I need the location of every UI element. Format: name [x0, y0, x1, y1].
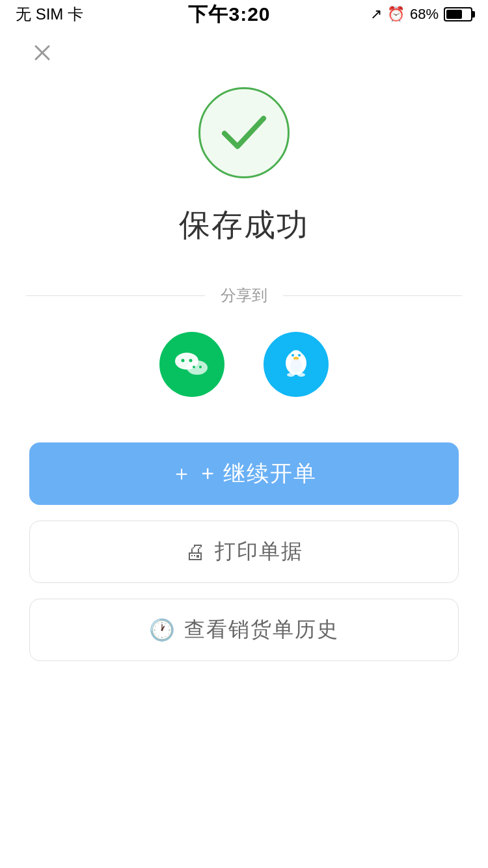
history-button[interactable]: 🕐 查看销货单历史	[29, 599, 459, 661]
print-icon: 🖨	[185, 540, 207, 564]
divider-left	[26, 295, 205, 296]
svg-point-5	[189, 359, 193, 362]
location-icon: ↗	[370, 6, 382, 23]
history-icon: 🕐	[149, 617, 176, 642]
status-left: 无 SIM 卡	[16, 4, 88, 25]
status-bar: 无 SIM 卡 下午3:20 ↗ ⏰ 68%	[0, 0, 488, 29]
action-buttons: ＋ + 继续开单 🖨 打印单据 🕐 查看销货单历史	[29, 442, 459, 661]
checkmark-icon	[221, 115, 267, 151]
svg-point-13	[287, 373, 295, 377]
svg-point-10	[291, 354, 294, 357]
svg-point-14	[297, 373, 305, 377]
close-button[interactable]	[26, 36, 59, 69]
svg-point-7	[199, 366, 202, 368]
alarm-icon: ⏰	[387, 6, 405, 23]
print-label: 打印单据	[215, 537, 303, 566]
svg-point-11	[298, 354, 301, 357]
wechat-icon	[172, 348, 211, 381]
carrier-text: 无 SIM 卡	[16, 4, 83, 25]
success-circle	[198, 87, 290, 178]
svg-point-4	[182, 359, 185, 362]
battery-icon	[444, 7, 472, 21]
svg-point-3	[187, 360, 208, 375]
main-content: 保存成功 分享到	[0, 29, 488, 661]
status-right: ↗ ⏰ 68%	[370, 6, 472, 23]
share-divider: 分享到	[0, 285, 488, 306]
svg-point-6	[193, 366, 195, 368]
continue-button[interactable]: ＋ + 继续开单	[29, 442, 459, 505]
svg-point-15	[290, 359, 302, 373]
battery-percent: 68%	[410, 6, 439, 23]
print-button[interactable]: 🖨 打印单据	[29, 521, 459, 583]
qq-share-button[interactable]	[264, 332, 329, 397]
wechat-share-button[interactable]	[159, 332, 224, 397]
status-time: 下午3:20	[188, 1, 270, 28]
success-title: 保存成功	[179, 204, 309, 246]
qq-icon	[277, 345, 316, 384]
continue-icon: ＋	[171, 459, 193, 488]
share-icons	[159, 332, 329, 397]
history-label: 查看销货单历史	[184, 616, 339, 644]
divider-right	[283, 295, 462, 296]
continue-label: + 继续开单	[201, 459, 316, 489]
share-label: 分享到	[205, 285, 283, 306]
